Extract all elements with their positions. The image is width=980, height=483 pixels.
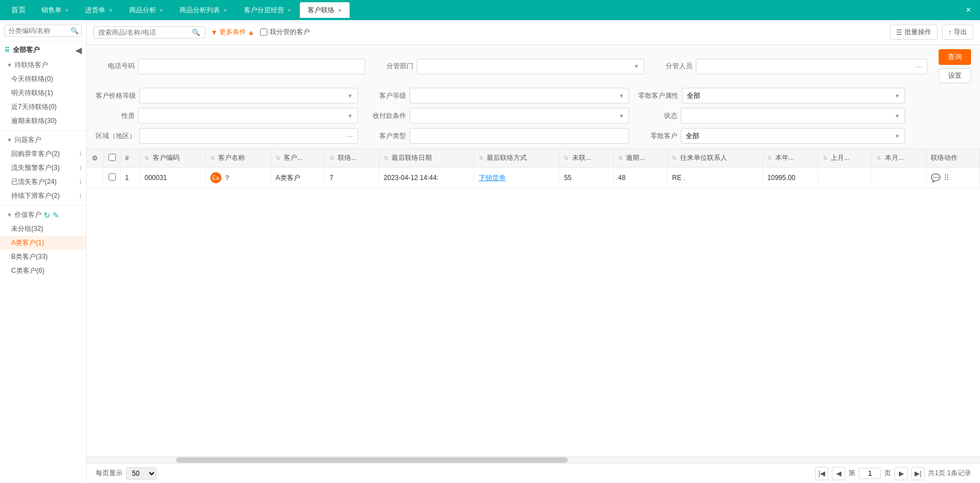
sidebar-group-problem[interactable]: ▼ 问题客户 bbox=[0, 133, 86, 147]
filter-row-3: 性质 ▼ 收付款条件 ▼ 状态 bbox=[96, 108, 971, 124]
payment-input[interactable]: ▼ bbox=[409, 108, 629, 124]
nature-arrow-icon: ▼ bbox=[347, 113, 353, 119]
region-dots-icon[interactable]: ··· bbox=[346, 131, 353, 140]
sidebar-item-churned[interactable]: 已流失客户(24) ℹ bbox=[0, 175, 86, 189]
nav-home[interactable]: 首页 bbox=[4, 5, 32, 15]
retail2-input[interactable]: 全部 ▼ bbox=[681, 128, 905, 144]
th-select-all[interactable]: ⚙ bbox=[87, 149, 103, 168]
query-button[interactable]: 查询 bbox=[939, 49, 971, 65]
sidebar-search-icon[interactable]: 🔍 bbox=[70, 27, 79, 35]
status-input[interactable]: ▼ bbox=[681, 108, 905, 124]
sidebar-item-churn-warning[interactable]: 流失预警客户(3) ℹ bbox=[0, 161, 86, 175]
setting-button[interactable]: 设置 bbox=[939, 68, 971, 83]
sidebar-item-overdue[interactable]: 逾期未联络(30) bbox=[0, 114, 86, 128]
retail-attr-arrow-icon: ▼ bbox=[894, 93, 900, 99]
export-button[interactable]: ↑ 导出 bbox=[942, 25, 973, 40]
customer-level-input[interactable]: ▼ bbox=[409, 88, 629, 103]
th-last-method[interactable]: ⇅ 最后联络方式 bbox=[474, 149, 559, 168]
td-last-method[interactable]: 下销货单 bbox=[474, 168, 559, 188]
horizontal-scrollbar[interactable] bbox=[87, 456, 980, 463]
first-page-button[interactable]: |◀ bbox=[815, 467, 828, 480]
sidebar-divider-2 bbox=[0, 205, 86, 206]
settings-icon[interactable]: ⚙ bbox=[92, 154, 98, 162]
th-overdue[interactable]: ⇅ 逾期... bbox=[613, 149, 667, 168]
batch-ops-button[interactable]: ☰ 批量操作 bbox=[890, 25, 937, 40]
close-tab-sales[interactable]: × bbox=[65, 7, 68, 13]
retail2-arrow-icon: ▼ bbox=[894, 133, 900, 139]
all-customers-header[interactable]: ⠿ 全部客户 ◀ bbox=[0, 42, 86, 58]
sidebar-group-pending[interactable]: ▼ 待联络客户 bbox=[0, 58, 86, 72]
more-filters-button[interactable]: ▼ 更多条件 ▲ bbox=[211, 27, 255, 37]
th-customer-type[interactable]: ⇅ 客户... bbox=[271, 149, 325, 168]
price-level-label: 客户价格等级 bbox=[96, 91, 136, 101]
dept-arrow-icon: ▼ bbox=[634, 63, 639, 69]
sidebar-item-ungrouped[interactable]: 未分组(32) bbox=[0, 222, 86, 236]
collapse-sidebar-icon[interactable]: ◀ bbox=[76, 46, 82, 55]
my-customers-checkbox-label[interactable]: 我分管的客户 bbox=[260, 27, 310, 37]
page-number-input[interactable] bbox=[859, 468, 881, 479]
filter-search-icon[interactable]: 🔍 bbox=[192, 29, 200, 36]
filter-search-input[interactable] bbox=[98, 29, 190, 36]
td-last-date: 2023-04-12 14:44: bbox=[379, 168, 474, 188]
th-name[interactable]: ⇅ 客户名称 bbox=[205, 149, 271, 168]
sidebar-item-class-a[interactable]: A类客户(1) bbox=[0, 236, 86, 250]
last-method-link[interactable]: 下销货单 bbox=[479, 174, 506, 182]
retail-attr-input[interactable]: 全部 ▼ bbox=[682, 88, 905, 103]
edit-icon[interactable]: ✎ bbox=[53, 211, 59, 220]
close-tab-customer-contact[interactable]: × bbox=[338, 7, 341, 13]
close-tab-analysis-list[interactable]: × bbox=[223, 7, 227, 13]
nav-tab-analysis-list[interactable]: 商品分析列表 × bbox=[172, 2, 234, 18]
close-all-button[interactable]: × bbox=[962, 3, 976, 17]
message-action-icon[interactable]: 💬 bbox=[931, 173, 940, 182]
sidebar-group-value[interactable]: ▼ 价值客户 ↻ ✎ bbox=[0, 208, 86, 222]
sidebar-item-7days[interactable]: 近7天待联络(0) bbox=[0, 100, 86, 114]
sidebar-item-tomorrow[interactable]: 明天待联络(1) bbox=[0, 86, 86, 100]
th-this-year[interactable]: ⇅ 本年... bbox=[762, 149, 818, 168]
row-checkbox[interactable] bbox=[109, 173, 116, 181]
per-page-select[interactable]: 50 100 200 bbox=[126, 467, 157, 480]
next-page-button[interactable]: ▶ bbox=[894, 467, 908, 480]
sidebar-item-declining[interactable]: 持续下滑客户(2) ℹ bbox=[0, 189, 86, 203]
nav-tab-analysis[interactable]: 商品分析 × bbox=[121, 2, 171, 18]
last-page-button[interactable]: ▶| bbox=[911, 467, 925, 480]
th-unit-contact[interactable]: ⇅ 往来单位联系人 bbox=[667, 149, 762, 168]
refresh-icon[interactable]: ↻ bbox=[44, 211, 50, 220]
th-code[interactable]: ⇅ 客户编码 bbox=[140, 149, 205, 168]
payment-arrow-icon: ▼ bbox=[619, 113, 624, 119]
phone-input[interactable] bbox=[138, 59, 365, 74]
price-level-input[interactable]: ▼ bbox=[139, 88, 358, 103]
person-input[interactable]: ··· bbox=[696, 59, 927, 74]
sidebar-item-class-b[interactable]: B类客户(33) bbox=[0, 250, 86, 264]
region-input[interactable]: ··· bbox=[139, 128, 358, 144]
nav-tab-customer-mgmt[interactable]: 客户分层经营 × bbox=[236, 2, 299, 18]
th-this-month[interactable]: ⇅ 本月... bbox=[872, 149, 926, 168]
nav-tab-sales[interactable]: 销售单 × bbox=[34, 2, 76, 18]
nav-tab-purchase[interactable]: 进货单 × bbox=[77, 2, 120, 18]
person-dots-icon[interactable]: ··· bbox=[916, 62, 922, 71]
close-tab-analysis[interactable]: × bbox=[159, 7, 163, 13]
sidebar-item-class-c[interactable]: C类客户(6) bbox=[0, 264, 86, 278]
qr-action-icon[interactable]: ⠿ bbox=[944, 173, 949, 182]
th-checkbox[interactable] bbox=[103, 149, 120, 168]
nature-input[interactable]: ▼ bbox=[138, 108, 358, 124]
td-this-year: 10995.00 bbox=[762, 168, 818, 188]
nature-label: 性质 bbox=[96, 111, 135, 121]
my-customers-checkbox[interactable] bbox=[260, 29, 267, 36]
th-uncontacted[interactable]: ⇅ 未联... bbox=[559, 149, 614, 168]
close-tab-purchase[interactable]: × bbox=[109, 7, 112, 13]
prev-page-button[interactable]: ◀ bbox=[832, 467, 845, 480]
dept-input[interactable]: ▼ bbox=[417, 59, 644, 74]
td-uncontacted: 55 bbox=[559, 168, 614, 188]
sidebar-item-today[interactable]: 今天待联络(0) bbox=[0, 72, 86, 86]
type-input[interactable] bbox=[409, 128, 629, 144]
nav-tab-customer-contact[interactable]: 客户联络 × bbox=[300, 2, 349, 18]
customer-avatar: Ea bbox=[210, 172, 222, 183]
scroll-thumb[interactable] bbox=[176, 457, 568, 463]
th-last-month[interactable]: ⇅ 上月... bbox=[818, 149, 872, 168]
close-tab-customer-mgmt[interactable]: × bbox=[288, 7, 291, 13]
th-last-date[interactable]: ⇅ 最后联络日期 bbox=[379, 149, 474, 168]
th-contact-count[interactable]: ⇅ 联络... bbox=[325, 149, 379, 168]
td-checkbox[interactable] bbox=[103, 168, 120, 188]
select-all-checkbox[interactable] bbox=[109, 154, 116, 161]
sidebar-item-repurchase[interactable]: 回购异常客户(2) ℹ bbox=[0, 147, 86, 161]
